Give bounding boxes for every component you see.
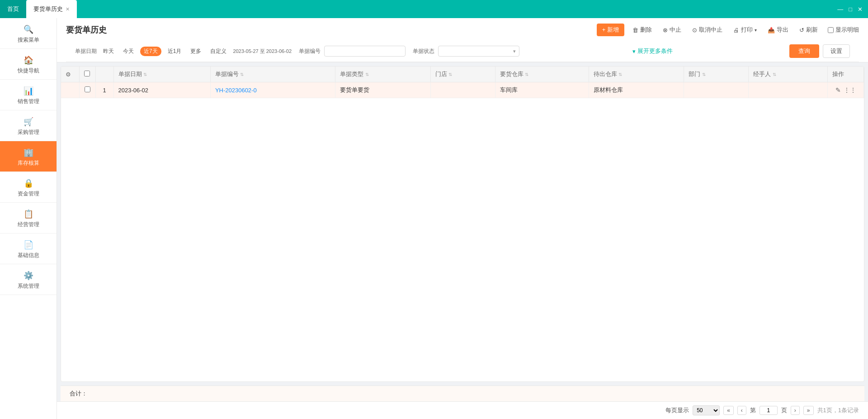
row-doc-no-link[interactable]: YH-20230602-0 (215, 87, 257, 94)
row-dept (684, 82, 749, 98)
status-filter-label: 单据状态 (413, 48, 434, 55)
print-icon: 🖨 (733, 27, 739, 33)
settings-button[interactable]: 设置 (823, 44, 850, 58)
col-handler[interactable]: 经手人 ⇅ (749, 67, 828, 82)
sidebar-label-baseinfo: 基础信息 (18, 252, 39, 259)
select-all-checkbox[interactable] (84, 71, 90, 76)
tab-close-icon[interactable]: ✕ (66, 6, 70, 12)
row-pending-warehouse: 原材料仓库 (589, 82, 684, 98)
delete-button[interactable]: 🗑 删除 (630, 24, 655, 36)
col-dept[interactable]: 部门 ⇅ (684, 67, 749, 82)
search-icon: 🔍 (24, 24, 33, 34)
sidebar-item-search-menu[interactable]: 🔍 搜索菜单 (0, 18, 57, 49)
date-range-display: 2023-05-27 至 2023-06-02 (233, 48, 292, 55)
cancel-stop-icon: ⊙ (692, 27, 697, 33)
row-doc-no: YH-20230602-0 (210, 82, 335, 98)
filter-row: 单据日期 昨天 今天 近7天 近1月 更多 自定义 2023-05-27 至 2… (66, 41, 859, 62)
sort-req-warehouse-icon: ⇅ (525, 72, 528, 77)
date-btn-1month[interactable]: 近1月 (165, 47, 184, 56)
date-btn-custom[interactable]: 自定义 (208, 47, 229, 56)
row-ops: ✎ ⋮⋮ (828, 82, 864, 98)
new-button[interactable]: + 新增 (597, 24, 624, 36)
refresh-button[interactable]: ↺ 刷新 (797, 24, 821, 36)
export-button[interactable]: 📤 导出 (765, 24, 791, 36)
tab-order-history-label: 要货单历史 (33, 5, 63, 13)
col-req-warehouse[interactable]: 要货仓库 ⇅ (495, 67, 589, 82)
order-no-input[interactable] (324, 46, 406, 57)
delete-icon: 🗑 (632, 27, 638, 33)
sidebar-label-inventory: 库存核算 (18, 159, 39, 167)
row-shop (430, 82, 495, 98)
col-doc-type-label: 单据类型 (340, 71, 363, 77)
settings-btn-label: 设置 (830, 48, 842, 54)
col-checkbox (79, 67, 95, 82)
row-settings (61, 82, 79, 98)
page-number-input[interactable] (760, 406, 778, 415)
sidebar-item-quick-nav[interactable]: 🏠 快捷导航 (0, 49, 57, 80)
data-table: ⚙ 单据日期 ⇅ 单据编号 ⇅ (61, 67, 864, 98)
delete-label: 删除 (640, 26, 652, 34)
col-doc-type[interactable]: 单据类型 ⇅ (335, 67, 431, 82)
col-num (95, 67, 113, 82)
sidebar-item-operations[interactable]: 📋 经营管理 (0, 203, 57, 233)
col-doc-no[interactable]: 单据编号 ⇅ (210, 67, 335, 82)
cancel-stop-label: 取消中止 (699, 26, 722, 34)
sidebar-label-capital: 资金管理 (18, 190, 39, 198)
tab-order-history[interactable]: 要货单历史 ✕ (26, 0, 77, 18)
minimize-icon[interactable]: — (837, 6, 843, 13)
expand-more-btn[interactable]: ▾ 展开更多条件 (632, 47, 673, 55)
last-page-btn[interactable]: » (803, 406, 814, 415)
col-doc-no-label: 单据编号 (215, 71, 239, 77)
sales-icon: 📊 (24, 86, 33, 96)
status-select[interactable] (438, 46, 519, 57)
sidebar-item-capital[interactable]: 🔒 资金管理 (0, 172, 57, 203)
home-icon: 🏠 (24, 55, 33, 65)
col-dept-label: 部门 (689, 71, 700, 77)
col-settings-icon[interactable]: ⚙ (66, 71, 71, 78)
refresh-icon: ↺ (799, 27, 804, 33)
date-btn-7days[interactable]: 近7天 (140, 47, 161, 56)
date-filter-group: 单据日期 昨天 今天 近7天 近1月 更多 自定义 2023-05-27 至 2… (75, 47, 292, 56)
row-num-val: 1 (103, 87, 106, 94)
stop-button[interactable]: ⊗ 中止 (660, 24, 684, 36)
sidebar-item-sales[interactable]: 📊 销售管理 (0, 80, 57, 110)
col-pending-warehouse[interactable]: 待出仓库 ⇅ (589, 67, 684, 82)
maximize-icon[interactable]: □ (849, 6, 852, 13)
col-shop[interactable]: 门店 ⇅ (430, 67, 495, 82)
new-button-label: + 新增 (602, 26, 619, 34)
sort-shop-icon: ⇅ (448, 72, 452, 77)
display-detail-checkbox[interactable] (828, 27, 834, 33)
first-page-btn[interactable]: « (723, 406, 734, 415)
close-icon[interactable]: ✕ (858, 6, 863, 13)
sidebar-item-baseinfo[interactable]: 📄 基础信息 (0, 233, 57, 264)
date-btn-more[interactable]: 更多 (188, 47, 204, 56)
sidebar-label-sales: 销售管理 (18, 98, 39, 105)
row-edit-icon[interactable]: ✎ (835, 86, 841, 94)
sidebar-item-system[interactable]: ⚙️ 系统管理 (0, 264, 57, 295)
sidebar-item-inventory[interactable]: 🏢 库存核算 (0, 141, 57, 172)
cancel-stop-button[interactable]: ⊙ 取消中止 (689, 24, 725, 36)
page-size-label: 每页显示 (665, 406, 689, 414)
status-filter-group: 单据状态 (413, 46, 519, 57)
print-button[interactable]: 🖨 打印 ▾ (731, 24, 760, 36)
col-shop-label: 门店 (435, 71, 447, 77)
date-btn-today[interactable]: 今天 (120, 47, 137, 56)
row-doc-type: 要货单要货 (335, 82, 431, 98)
row-more-icon[interactable]: ⋮⋮ (844, 86, 856, 94)
display-detail-toggle[interactable]: 显示明细 (828, 26, 859, 34)
date-btn-yesterday[interactable]: 昨天 (100, 47, 117, 56)
page-title-row: 要货单历史 + 新增 🗑 删除 ⊗ 中止 ⊙ 取消中止 (66, 24, 859, 36)
row-ops-icons: ✎ ⋮⋮ (832, 86, 859, 94)
tab-home[interactable]: 首页 (0, 0, 26, 18)
toolbar: + 新增 🗑 删除 ⊗ 中止 ⊙ 取消中止 🖨 (597, 24, 859, 36)
sidebar-item-purchase[interactable]: 🛒 采购管理 (0, 110, 57, 141)
table-row: 1 2023-06-02 YH-20230602-0 要货单要货 (61, 82, 864, 98)
prev-page-btn[interactable]: ‹ (737, 406, 746, 415)
col-req-warehouse-label: 要货仓库 (500, 71, 524, 77)
row-checkbox[interactable] (85, 86, 90, 92)
total-label: 合计： (70, 390, 87, 398)
query-button[interactable]: 查询 (789, 44, 819, 58)
next-page-btn[interactable]: › (791, 406, 800, 415)
page-size-select[interactable]: 50 100 200 (693, 405, 720, 415)
col-doc-date[interactable]: 单据日期 ⇅ (113, 67, 210, 82)
